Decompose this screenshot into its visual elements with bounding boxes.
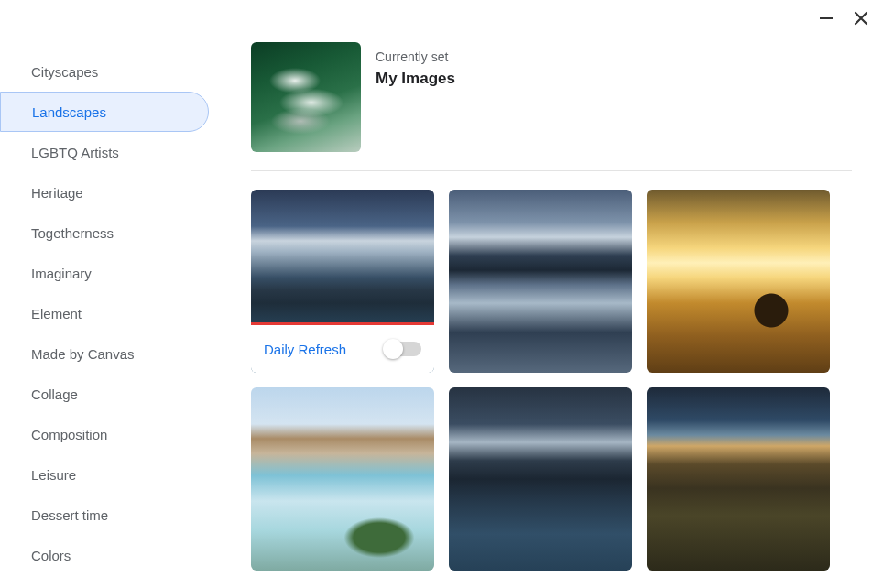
sidebar-item-landscapes[interactable]: Landscapes	[0, 92, 209, 132]
wallpaper-tile[interactable]	[251, 387, 434, 571]
sidebar-item-label: Leisure	[31, 467, 76, 483]
current-wallpaper-info: Currently set My Images	[376, 42, 455, 88]
current-wallpaper-header: Currently set My Images	[251, 42, 852, 171]
wallpaper-tile[interactable]	[449, 190, 632, 373]
sidebar-item-label: Landscapes	[32, 104, 106, 120]
sidebar-item-element[interactable]: Element	[0, 293, 209, 333]
category-sidebar: Cityscapes Landscapes LGBTQ Artists Heri…	[0, 40, 213, 588]
wallpaper-thumbnail	[449, 387, 632, 571]
sidebar-item-label: Heritage	[31, 185, 83, 201]
wallpaper-thumbnail	[647, 387, 830, 571]
sidebar-item-label: Dessert time	[31, 507, 108, 523]
sidebar-item-label: Made by Canvas	[31, 346, 135, 362]
daily-refresh-label: Daily Refresh	[264, 342, 346, 357]
currently-set-value: My Images	[376, 70, 455, 88]
current-wallpaper-thumbnail[interactable]	[251, 42, 361, 152]
wallpaper-thumbnail	[449, 190, 632, 373]
sidebar-item-label: LGBTQ Artists	[31, 145, 119, 160]
wallpaper-tile[interactable]	[647, 190, 830, 373]
main-content: Currently set My Images Daily Refresh	[213, 40, 883, 588]
sidebar-item-label: Composition	[31, 427, 107, 442]
sidebar-item-made-by-canvas[interactable]: Made by Canvas	[0, 333, 209, 374]
sidebar-item-label: Colors	[31, 548, 71, 563]
wallpaper-grid: Daily Refresh	[251, 190, 852, 571]
sidebar-item-collage[interactable]: Collage	[0, 374, 209, 414]
sidebar-item-dessert-time[interactable]: Dessert time	[0, 495, 209, 535]
window-controls	[817, 9, 870, 27]
sidebar-item-cityscapes[interactable]: Cityscapes	[0, 51, 209, 92]
sidebar-item-composition[interactable]: Composition	[0, 414, 209, 454]
sidebar-item-label: Collage	[31, 387, 78, 402]
wallpaper-tile-daily-refresh[interactable]: Daily Refresh	[251, 190, 434, 373]
close-button[interactable]	[852, 9, 870, 27]
svg-rect-0	[820, 17, 833, 19]
sidebar-item-label: Element	[31, 306, 82, 321]
wallpaper-tile[interactable]	[647, 387, 830, 571]
currently-set-label: Currently set	[376, 49, 455, 64]
sidebar-item-label: Cityscapes	[31, 64, 98, 80]
sidebar-item-togetherness[interactable]: Togetherness	[0, 212, 209, 253]
daily-refresh-toggle[interactable]	[385, 342, 421, 356]
sidebar-item-lgbtq-artists[interactable]: LGBTQ Artists	[0, 132, 209, 172]
sidebar-item-heritage[interactable]: Heritage	[0, 172, 209, 212]
sidebar-item-label: Togetherness	[31, 225, 114, 241]
sidebar-item-imaginary[interactable]: Imaginary	[0, 253, 209, 293]
sidebar-item-label: Imaginary	[31, 266, 92, 281]
daily-refresh-bar: Daily Refresh	[251, 325, 434, 373]
sidebar-item-colors[interactable]: Colors	[0, 535, 209, 575]
wallpaper-thumbnail	[251, 387, 434, 571]
sidebar-item-leisure[interactable]: Leisure	[0, 454, 209, 495]
wallpaper-tile[interactable]	[449, 387, 632, 571]
minimize-button[interactable]	[817, 9, 835, 27]
wallpaper-thumbnail	[647, 190, 830, 373]
